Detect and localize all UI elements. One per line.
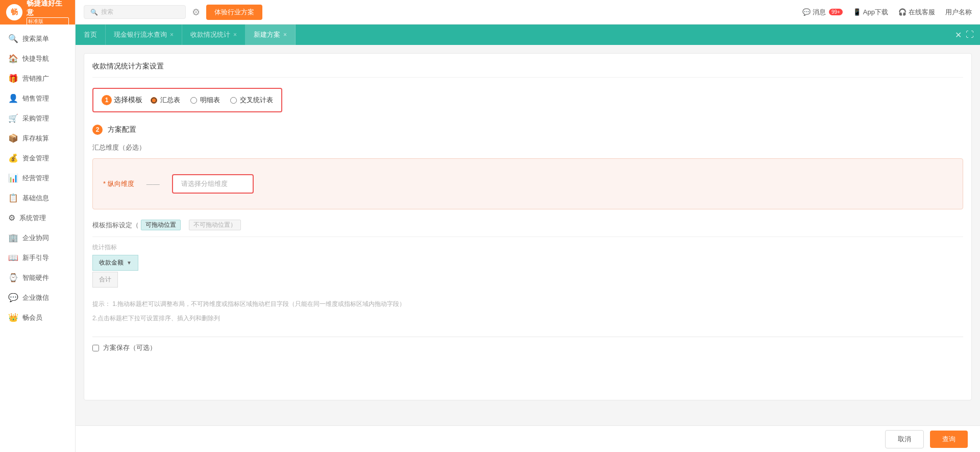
sidebar-item-label: 智能硬件 <box>22 273 49 282</box>
tab-collection-stat[interactable]: 收款情况统计 × <box>182 25 246 45</box>
search-bar[interactable]: 🔍 搜索 <box>84 5 186 19</box>
section2-number: 2 <box>92 125 103 135</box>
radio-cross-input[interactable] <box>230 97 237 104</box>
sidebar-item-label: 资金管理 <box>22 154 49 163</box>
tab-new-plan-close-icon[interactable]: × <box>283 31 287 38</box>
sidebar-item-smart-hw[interactable]: ⌚ 智能硬件 <box>0 268 75 288</box>
app-download-button[interactable]: 📱 App下载 <box>853 8 888 17</box>
amount-tag[interactable]: 收款金额 ▼ <box>92 255 138 271</box>
tab-new-plan-label: 新建方案 <box>254 30 280 39</box>
sidebar-item-member[interactable]: 👑 畅会员 <box>0 307 75 327</box>
sidebar-item-enterprise-coop[interactable]: 🏢 企业协同 <box>0 228 75 248</box>
topbar: 🔍 搜索 ⚙ 体验行业方案 💬 消息 99+ 📱 App下载 🎧 在线客服 用户… <box>76 0 980 25</box>
section2-header: 2 方案配置 <box>92 125 963 135</box>
tab-new-plan[interactable]: 新建方案 × <box>246 25 296 45</box>
radio-summary[interactable]: 汇总表 <box>151 96 180 105</box>
sidebar-item-label: 经营管理 <box>22 174 49 183</box>
tab-collection-stat-close-icon[interactable]: × <box>233 31 237 38</box>
config-section: 2 方案配置 汇总维度（必选） * 纵向维度 —— 请选择分组维度 模板指标设定… <box>92 125 963 324</box>
tab-cash-bank-close-icon[interactable]: × <box>170 31 174 38</box>
sidebar-item-label: 快捷导航 <box>22 54 49 63</box>
sidebar: 畅 畅捷通好生意 标准版 🔍 搜索菜单 🏠 快捷导航 🎁 营销推广 👤 销售管理… <box>0 0 76 452</box>
message-badge: 99+ <box>829 9 843 15</box>
sidebar-item-marketing[interactable]: 🎁 营销推广 <box>0 68 75 88</box>
sidebar-item-label: 库存核算 <box>22 134 49 143</box>
radio-detail-label: 明细表 <box>200 96 220 105</box>
section1-number: 1 <box>102 95 112 105</box>
stats-label: 统计指标 <box>92 243 963 252</box>
smart-hw-icon: ⌚ <box>8 273 18 282</box>
tab-cash-bank[interactable]: 现金银行流水查询 × <box>106 25 182 45</box>
tab-collection-stat-label: 收款情况统计 <box>190 30 230 39</box>
sidebar-item-beginner[interactable]: 📖 新手引导 <box>0 248 75 268</box>
hint-line-1: 提示： 1.拖动标题栏可以调整布局，不可跨维度或指标区域拖动栏目字段（只能在同一… <box>92 298 963 310</box>
sidebar-item-search-menu[interactable]: 🔍 搜索菜单 <box>0 29 75 49</box>
save-plan-checkbox[interactable] <box>92 345 99 351</box>
sales-icon: 👤 <box>8 93 18 103</box>
sidebar-item-label: 系统管理 <box>19 213 46 223</box>
inventory-icon: 📦 <box>8 133 18 143</box>
section1-header: 1 选择模板 汇总表 明细表 交叉统计表 <box>92 88 963 112</box>
dimension-title: 汇总维度（必选） <box>92 143 963 152</box>
tab-close-all-icon[interactable]: ✕ <box>955 30 962 40</box>
grouping-dimension-selector[interactable]: 请选择分组维度 <box>172 174 254 194</box>
sidebar-item-operations[interactable]: 📊 经营管理 <box>0 168 75 188</box>
radio-cross-label: 交叉统计表 <box>240 96 273 105</box>
tab-maximize-icon[interactable]: ⛶ <box>966 30 974 39</box>
hints-area: 提示： 1.拖动标题栏可以调整布局，不可跨维度或指标区域拖动栏目字段（只能在同一… <box>92 298 963 324</box>
sidebar-item-system[interactable]: ⚙ 系统管理 <box>0 208 75 228</box>
logo-name: 畅捷通好生意 <box>27 0 69 17</box>
settings-gear-icon[interactable]: ⚙ <box>192 7 200 18</box>
vertical-dim-label: * 纵向维度 <box>103 179 134 188</box>
logo-icon: 畅 <box>6 4 22 20</box>
tab-home[interactable]: 首页 <box>76 25 106 45</box>
enterprise-coop-icon: 🏢 <box>8 233 18 243</box>
sidebar-item-label: 企业协同 <box>22 233 49 243</box>
sidebar-item-purchase[interactable]: 🛒 采购管理 <box>0 108 75 128</box>
sidebar-item-sales[interactable]: 👤 销售管理 <box>0 88 75 108</box>
sidebar-item-enterprise-wechat[interactable]: 💬 企业微信 <box>0 288 75 307</box>
indicator-divider <box>92 236 963 237</box>
radio-detail[interactable]: 明细表 <box>190 96 220 105</box>
hint-line-2: 2.点击标题栏下拉可设置排序、插入列和删除列 <box>92 312 963 324</box>
online-support-label: 在线客服 <box>909 8 935 17</box>
indicators-section: 模板指标设定（ 可拖动位置 不可拖动位置） 统计指标 收款金额 ▼ <box>92 220 963 288</box>
template-selection-box: 1 选择模板 汇总表 明细表 交叉统计表 <box>92 88 282 112</box>
immovable-indicator: 不可拖动位置） <box>189 220 241 230</box>
amount-tag-dropdown-icon[interactable]: ▼ <box>127 260 132 266</box>
sidebar-item-label: 基础信息 <box>22 194 49 203</box>
radio-detail-input[interactable] <box>190 97 197 104</box>
template-section: 1 选择模板 汇总表 明细表 交叉统计表 <box>92 88 963 112</box>
tabbar: 首页 现金银行流水查询 × 收款情况统计 × 新建方案 × ✕ ⛶ <box>76 25 980 45</box>
message-label: 消息 <box>813 8 826 17</box>
message-button[interactable]: 💬 消息 99+ <box>802 8 843 17</box>
cancel-button[interactable]: 取消 <box>885 430 924 448</box>
tab-home-label: 首页 <box>84 30 97 39</box>
system-icon: ⚙ <box>8 213 15 223</box>
sidebar-item-basic-info[interactable]: 📋 基础信息 <box>0 188 75 208</box>
radio-cross[interactable]: 交叉统计表 <box>230 96 273 105</box>
online-support-icon: 🎧 <box>898 8 906 16</box>
arrow-icon: —— <box>146 180 160 188</box>
purchase-icon: 🛒 <box>8 113 18 123</box>
query-button[interactable]: 查询 <box>930 431 968 448</box>
save-plan-label: 方案保存（可选） <box>103 343 156 352</box>
template-radio-group: 汇总表 明细表 交叉统计表 <box>151 96 273 105</box>
sidebar-logo: 畅 畅捷通好生意 标准版 <box>0 0 75 25</box>
config-area: 汇总维度（必选） * 纵向维度 —— 请选择分组维度 模板指标设定（ 可拖动位置… <box>92 143 963 324</box>
marketing-icon: 🎁 <box>8 74 18 83</box>
sidebar-item-finance[interactable]: 💰 资金管理 <box>0 148 75 168</box>
search-icon: 🔍 <box>90 9 98 16</box>
trial-button[interactable]: 体验行业方案 <box>206 5 262 20</box>
search-menu-icon: 🔍 <box>8 34 18 43</box>
radio-summary-input[interactable] <box>151 97 157 104</box>
message-icon: 💬 <box>802 8 811 16</box>
sidebar-item-quick-nav[interactable]: 🏠 快捷导航 <box>0 49 75 68</box>
amount-tag-label: 收款金额 <box>99 258 124 267</box>
page-content-area: 收款情况统计方案设置 1 选择模板 汇总表 明细表 <box>84 53 972 400</box>
section1-label: 选择模板 <box>114 96 142 105</box>
online-support-button[interactable]: 🎧 在线客服 <box>898 8 935 17</box>
sidebar-item-label: 畅会员 <box>22 313 42 322</box>
sidebar-item-inventory[interactable]: 📦 库存核算 <box>0 128 75 148</box>
app-download-label: App下载 <box>863 8 888 17</box>
